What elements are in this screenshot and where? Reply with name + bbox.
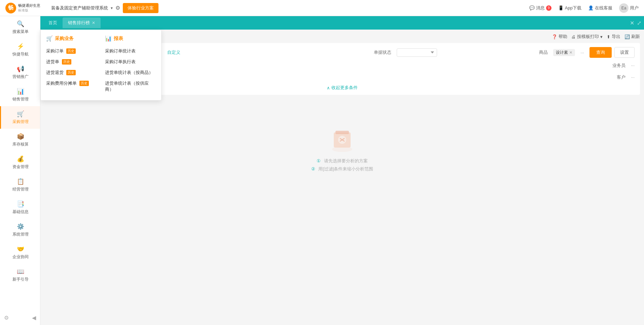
print-icon: 🖨 [571, 34, 576, 39]
query-btn[interactable]: 查询 [589, 47, 612, 58]
sales-icon: 📊 [17, 88, 24, 95]
system-dropdown-btn[interactable]: ▾ [111, 6, 113, 10]
tab-home[interactable]: 首页 [43, 17, 63, 28]
empty-tip-1: ① 请先选择要分析的方案 [317, 158, 368, 164]
collapse-btn[interactable]: ∧ 收起更多条件 [327, 85, 358, 91]
logo-icon: 畅 [5, 3, 16, 13]
message-icon: 💬 [529, 5, 535, 10]
salesman-label: 业务员 [612, 63, 625, 69]
report-supplier-stat-item[interactable]: 进货单统计表（按供应商） [105, 78, 156, 95]
tab-maximize-icon[interactable]: ⤢ [637, 20, 641, 26]
purchase-icon: 🛒 [17, 110, 24, 118]
purchase-section-title: 🛒 采购业务 [46, 35, 97, 42]
sidebar-item-purchase[interactable]: 🛒 采购管理 [0, 106, 40, 129]
purchase-return-item[interactable]: 进货退货 历史 [46, 67, 97, 78]
date-custom[interactable]: 自定义 [167, 49, 180, 55]
cooperation-icon: 🤝 [17, 245, 24, 253]
sidebar-item-system[interactable]: ⚙️ 系统管理 [0, 219, 40, 241]
user-btn[interactable]: Ea 用户 [619, 3, 639, 13]
messages-btn[interactable]: 💬 消息 9 [529, 5, 551, 11]
help-icon: ❓ [552, 34, 557, 39]
collapse-icon: ∧ [327, 85, 330, 90]
print-dropdown-icon: ▾ [600, 34, 603, 39]
tab-close-icon[interactable]: ✕ [92, 21, 95, 25]
operation-icon: 📋 [17, 178, 24, 185]
settings-icon-btn[interactable]: ⚙ [115, 5, 120, 11]
avatar: Ea [619, 3, 629, 13]
goods-tag: 设计素 ✕ [553, 49, 575, 56]
purchase-dropdown: 🛒 采购业务 采购订单 历史 进货单 历史 进货退货 历史 采购费用分摊单 历史 [40, 30, 162, 100]
sidebar-item-finance[interactable]: 💰 资金管理 [0, 151, 40, 174]
app-download-btn[interactable]: 📱 App下载 [558, 5, 581, 11]
report-section-title: 📊 报表 [105, 35, 156, 42]
sidebar-item-guide[interactable]: 📖 新手引导 [0, 264, 40, 286]
tab-bar: 首页 销售排行榜 ✕ ✕ ⤢ [40, 16, 644, 30]
header-middle: 装备及固定资产辅助管理系统 ▾ ⚙ 体验行业方案 [46, 3, 529, 13]
guide-icon: 📖 [17, 268, 24, 275]
empty-state: ① 请先选择要分析的方案 ② 用[过滤]条件来缩小分析范围 [44, 99, 640, 201]
report-title-icon: 📊 [105, 35, 112, 42]
salesman-dots[interactable]: ··· [631, 63, 635, 68]
print-btn[interactable]: 🖨 按模板打印 ▾ [571, 34, 603, 40]
settings-btn[interactable]: 设置 [614, 47, 635, 58]
sidebar-item-operation[interactable]: 📋 经营管理 [0, 174, 40, 196]
lightning-icon: ⚡ [17, 43, 24, 50]
message-badge: 9 [546, 5, 551, 11]
collapse-sidebar-icon[interactable]: ◀ [32, 315, 36, 321]
sidebar-item-sales[interactable]: 📊 销售管理 [0, 84, 40, 106]
history-badge-3: 历史 [79, 81, 89, 86]
sidebar-item-nav[interactable]: ⚡ 快捷导航 [0, 39, 40, 61]
online-service-btn[interactable]: 👤 在线客服 [588, 5, 612, 11]
purchase-goods-item[interactable]: 进货单 历史 [46, 56, 97, 67]
sidebar-bottom: ⚙ ◀ [0, 311, 40, 325]
purchase-title-icon: 🛒 [46, 35, 53, 42]
sidebar: 🔍 搜索菜单 ⚡ 快捷导航 📢 营销推广 📊 销售管理 🛒 采购管理 📦 库存核… [0, 16, 40, 325]
sidebar-item-inventory[interactable]: 📦 库存核算 [0, 129, 40, 151]
purchase-cost-item[interactable]: 采购费用分摊单 历史 [46, 78, 97, 89]
search-icon: 🔍 [17, 20, 24, 28]
empty-tip-2: ② 用[过滤]条件来缩小分析范围 [311, 166, 373, 172]
order-status-label: 单据状态 [374, 49, 391, 55]
purchase-order-item[interactable]: 采购订单 历史 [46, 46, 97, 56]
history-badge-0: 历史 [66, 48, 76, 54]
sidebar-item-marketing[interactable]: 📢 营销推广 [0, 61, 40, 84]
sidebar-item-basic[interactable]: 📑 基础信息 [0, 196, 40, 219]
customer-dots[interactable]: ··· [631, 75, 635, 80]
history-badge-2: 历史 [66, 70, 76, 75]
settings-bottom-icon[interactable]: ⚙ [4, 315, 9, 321]
logo-area: 畅 畅捷通好生意 标准版 [5, 3, 46, 13]
finance-icon: 💰 [17, 155, 24, 163]
service-icon: 👤 [588, 5, 594, 10]
goods-label: 商品 [539, 49, 548, 55]
basic-icon: 📑 [17, 200, 24, 208]
help-btn[interactable]: ❓ 帮助 [552, 34, 567, 40]
industry-btn[interactable]: 体验行业方案 [123, 3, 158, 13]
marketing-icon: 📢 [17, 65, 24, 73]
tab-sales-rank[interactable]: 销售排行榜 ✕ [63, 17, 101, 28]
history-badge-1: 历史 [62, 59, 71, 65]
report-order-stat-item[interactable]: 采购订单统计表 [105, 46, 156, 56]
customer-label: 客户 [617, 74, 625, 80]
tab-bar-right: ✕ ⤢ [630, 20, 641, 26]
tab-close-window-icon[interactable]: ✕ [630, 20, 634, 26]
report-section: 📊 报表 采购订单统计表 采购订单执行表 进货单统计表（按商品） 进货单统计表（… [105, 35, 156, 95]
system-name: 装备及固定资产辅助管理系统 [51, 5, 108, 11]
top-header: 畅 畅捷通好生意 标准版 装备及固定资产辅助管理系统 ▾ ⚙ 体验行业方案 💬 … [0, 0, 644, 16]
refresh-btn[interactable]: 🔄 刷新 [624, 34, 640, 40]
purchase-business-section: 🛒 采购业务 采购订单 历史 进货单 历史 进货退货 历史 采购费用分摊单 历史 [46, 35, 97, 95]
system-icon: ⚙️ [17, 223, 24, 230]
phone-icon: 📱 [558, 5, 564, 10]
goods-more-dots[interactable]: ··· [580, 50, 584, 55]
export-icon: ⬆ [607, 34, 610, 39]
report-goods-stat-item[interactable]: 进货单统计表（按商品） [105, 67, 156, 78]
sidebar-item-search[interactable]: 🔍 搜索菜单 [0, 16, 40, 39]
action-btns: 查询 设置 [589, 47, 635, 58]
order-status-select[interactable] [397, 48, 437, 57]
logo-text: 畅捷通好生意 标准版 [18, 3, 40, 12]
report-order-exec-item[interactable]: 采购订单执行表 [105, 56, 156, 67]
sidebar-item-cooperation[interactable]: 🤝 企业协同 [0, 241, 40, 264]
export-btn[interactable]: ⬆ 导出 [607, 34, 620, 40]
goods-tag-close[interactable]: ✕ [569, 50, 572, 55]
empty-illustration [325, 126, 359, 153]
svg-rect-2 [335, 131, 349, 134]
